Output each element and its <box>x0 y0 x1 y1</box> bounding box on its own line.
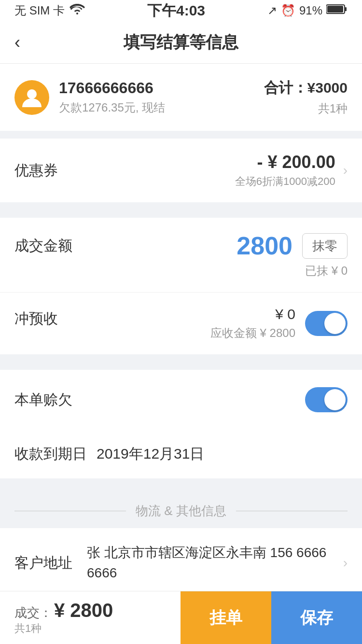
chevron-right-icon: › <box>343 163 348 178</box>
svg-rect-1 <box>345 7 347 11</box>
battery-icon <box>326 4 348 17</box>
deal-section: 成交金额 2800 抹零 已抹 ¥ 0 冲预收 ¥ 0 应收金额 ¥ 2800 <box>0 218 362 354</box>
deal-amount-row: 成交金额 2800 抹零 已抹 ¥ 0 <box>0 218 362 293</box>
due-date-value: 2019年12月31日 <box>97 444 204 464</box>
status-time: 下午4:03 <box>147 1 205 21</box>
deal-amount-value: 2800 <box>237 231 292 260</box>
debt-label: 本单赊欠 <box>14 390 72 410</box>
bottom-deal-label: 成交： <box>14 604 52 621</box>
page-title: 填写结算等信息 <box>124 31 238 54</box>
coupon-discount: - ¥ 200.00 全场6折满1000减200 <box>235 152 335 189</box>
nav-bar: ‹ 填写结算等信息 <box>0 21 362 64</box>
logistics-header: 物流 & 其他信息 <box>0 494 362 528</box>
separator-1 <box>0 210 362 218</box>
prepay-label: 冲预收 <box>14 306 58 329</box>
due-date-row: 收款到期日 2019年12月31日 <box>0 430 362 478</box>
pending-button[interactable]: 挂单 <box>181 591 271 644</box>
bottom-bar: 成交： ¥ 2800 共1种 挂单 保存 <box>0 591 362 644</box>
due-date-label: 收款到期日 <box>14 444 87 464</box>
address-label: 客户地址 <box>14 553 72 573</box>
prepay-row: 冲预收 ¥ 0 应收金额 ¥ 2800 <box>0 293 362 354</box>
coupon-amount: - ¥ 200.00 <box>235 152 335 172</box>
prepay-toggle[interactable] <box>305 311 348 336</box>
logistics-label: 物流 & 其他信息 <box>126 503 236 519</box>
bottom-count: 共1种 <box>14 621 166 636</box>
debt-row: 本单赊欠 <box>0 370 362 430</box>
total-count: 共1种 <box>264 101 348 116</box>
customer-card: 17666666666 欠款1276.35元, 现结 合计：¥3000 共1种 <box>0 64 362 131</box>
toggle-knob-2 <box>324 389 346 410</box>
prepay-receivable: 应收金额 ¥ 2800 <box>210 325 295 341</box>
prepay-values: ¥ 0 应收金额 ¥ 2800 <box>210 306 295 341</box>
coupon-label: 优惠券 <box>14 161 58 181</box>
address-chevron-icon: › <box>343 555 348 571</box>
battery-label: 91% <box>299 4 322 17</box>
content: 17666666666 欠款1276.35元, 现结 合计：¥3000 共1种 … <box>0 64 362 644</box>
deal-sub: 已抹 ¥ 0 <box>14 263 348 279</box>
debt-toggle[interactable] <box>305 387 348 412</box>
deal-right: 2800 抹零 <box>237 231 348 260</box>
total-amount: 合计：¥3000 <box>264 78 348 98</box>
back-button[interactable]: ‹ <box>14 32 20 53</box>
bottom-deal-amount: ¥ 2800 <box>54 600 113 621</box>
wifi-icon <box>70 4 85 17</box>
prepay-amount: ¥ 0 <box>210 306 295 322</box>
coupon-section: 优惠券 - ¥ 200.00 全场6折满1000减200 › <box>0 139 362 202</box>
toggle-knob <box>324 313 346 334</box>
customer-left: 17666666666 欠款1276.35元, 现结 <box>14 79 165 115</box>
status-bar: 无 SIM 卡 下午4:03 ↗ ⏰ 91% <box>0 0 362 21</box>
separator-2 <box>0 362 362 370</box>
carrier-label: 无 SIM 卡 <box>14 3 65 18</box>
avatar <box>14 80 49 115</box>
customer-debt: 欠款1276.35元, 现结 <box>59 100 165 115</box>
bottom-info: 成交： ¥ 2800 共1种 <box>0 591 181 644</box>
customer-info: 17666666666 欠款1276.35元, 现结 <box>59 79 165 115</box>
alarm-icon: ⏰ <box>281 4 295 17</box>
svg-point-3 <box>27 89 37 99</box>
round-button[interactable]: 抹零 <box>302 233 348 259</box>
coupon-desc: 全场6折满1000减200 <box>235 174 335 189</box>
coupon-row[interactable]: 优惠券 - ¥ 200.00 全场6折满1000减200 › <box>0 139 362 202</box>
status-left: 无 SIM 卡 <box>14 3 85 18</box>
debt-section: 本单赊欠 收款到期日 2019年12月31日 <box>0 370 362 478</box>
deal-label: 成交金额 <box>14 236 72 256</box>
separator-3 <box>0 486 362 494</box>
location-icon: ↗ <box>267 4 277 17</box>
coupon-right: - ¥ 200.00 全场6折满1000减200 › <box>235 152 348 189</box>
customer-phone: 17666666666 <box>59 79 165 97</box>
divider-line-right <box>236 511 348 511</box>
customer-right: 合计：¥3000 共1种 <box>264 78 348 116</box>
status-right: ↗ ⏰ 91% <box>267 4 348 17</box>
address-value: 张 北京市市辖区海淀区永丰南 156 6666 6666 <box>87 543 343 583</box>
prepay-right: ¥ 0 应收金额 ¥ 2800 <box>210 306 348 341</box>
address-row[interactable]: 客户地址 张 北京市市辖区海淀区永丰南 156 6666 6666 › <box>0 528 362 598</box>
divider-line-left <box>14 511 126 511</box>
save-button[interactable]: 保存 <box>271 591 362 644</box>
svg-rect-2 <box>327 6 343 13</box>
